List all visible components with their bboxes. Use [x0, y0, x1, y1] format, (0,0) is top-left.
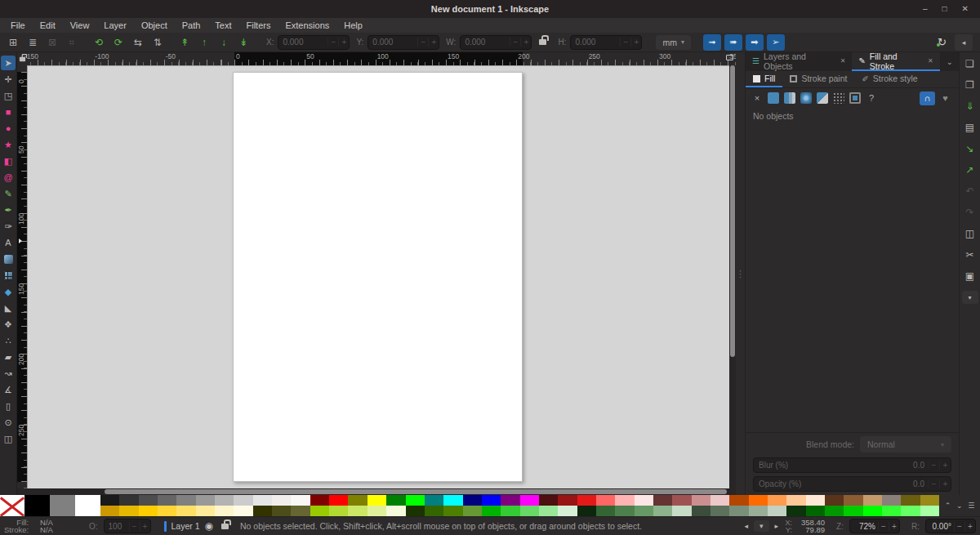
- palette-swatch[interactable]: [577, 495, 596, 506]
- palette-swatch[interactable]: [272, 506, 291, 516]
- palette-swatch[interactable]: [139, 495, 158, 506]
- rotation-increment[interactable]: +: [964, 522, 975, 531]
- lower-button[interactable]: ↓: [215, 34, 233, 51]
- palette-swatch[interactable]: [558, 495, 577, 506]
- opacity-decrement[interactable]: −: [928, 479, 939, 488]
- panel-resize-grip[interactable]: ⋮: [736, 52, 745, 495]
- menu-extensions[interactable]: Extensions: [278, 20, 336, 31]
- palette-swatch[interactable]: [692, 495, 710, 506]
- minimize-icon[interactable]: –: [923, 0, 928, 18]
- maximize-icon[interactable]: □: [942, 0, 947, 18]
- palette-swatch[interactable]: [749, 495, 768, 506]
- palette-swatch[interactable]: [291, 506, 310, 516]
- opacity-slider[interactable]: Opacity (%) 0.0 − +: [753, 476, 951, 492]
- palette-swatch[interactable]: [768, 495, 786, 506]
- tool-shape-builder[interactable]: ◳: [1, 88, 16, 103]
- flip-vertical-button[interactable]: ⇅: [149, 34, 167, 51]
- vertical-scrollbar[interactable]: [729, 65, 736, 488]
- palette-swatch[interactable]: [653, 495, 672, 506]
- open-document-button[interactable]: ❐: [963, 78, 978, 91]
- flip-horizontal-button[interactable]: ⇆: [129, 34, 147, 51]
- palette-swatch[interactable]: [882, 495, 901, 506]
- palette-swatch[interactable]: [176, 495, 195, 506]
- palette-scroll-down-icon[interactable]: ⌄: [956, 502, 963, 510]
- palette-swatch[interactable]: [596, 495, 615, 506]
- palette-swatch[interactable]: [882, 506, 901, 516]
- cut-button[interactable]: ✂: [963, 248, 978, 261]
- palette-swatch[interactable]: [310, 506, 329, 516]
- palette-swatch[interactable]: [520, 506, 539, 516]
- palette-scroll-up-icon[interactable]: ⌃: [945, 502, 951, 510]
- palette-swatch[interactable]: [786, 495, 805, 506]
- close-tab-icon[interactable]: ✕: [926, 57, 933, 65]
- palette-swatch[interactable]: [386, 506, 405, 516]
- tool-pages[interactable]: ▯: [1, 399, 16, 413]
- palette-swatch[interactable]: [901, 506, 920, 516]
- palette-swatch[interactable]: [310, 495, 329, 506]
- unknown-paint-button[interactable]: ?: [866, 92, 877, 104]
- menu-object[interactable]: Object: [134, 20, 175, 31]
- palette-swatch[interactable]: [729, 506, 748, 516]
- vertical-scrollbar-thumb[interactable]: [730, 65, 735, 357]
- palette-swatch[interactable]: [844, 495, 862, 506]
- palette-swatch[interactable]: [539, 506, 558, 516]
- palette-swatch[interactable]: [234, 506, 252, 516]
- tool-tweak[interactable]: ❖: [1, 317, 16, 332]
- palette-swatch[interactable]: [50, 495, 75, 516]
- palette-swatch[interactable]: [234, 495, 252, 506]
- palette-swatch[interactable]: [443, 495, 462, 506]
- menu-filters[interactable]: Filters: [239, 20, 278, 31]
- palette-swatch[interactable]: [443, 506, 462, 516]
- palette-swatch[interactable]: [463, 495, 482, 506]
- palette-swatch[interactable]: [75, 495, 100, 516]
- layer-dropdown-icon[interactable]: ▾: [754, 520, 769, 532]
- flat-color-button[interactable]: [768, 92, 779, 104]
- radial-gradient-button[interactable]: [800, 92, 812, 104]
- palette-swatch[interactable]: [749, 506, 768, 516]
- horizontal-scrollbar-thumb[interactable]: [105, 489, 727, 494]
- palette-swatch[interactable]: [672, 506, 691, 516]
- tab-layers-and-objects[interactable]: ☰ Layers and Objects ✕: [746, 52, 852, 71]
- tool-box-3d[interactable]: ◧: [1, 154, 16, 168]
- tool-rectangle[interactable]: ■: [1, 105, 16, 119]
- tool-zoom[interactable]: ⊙: [1, 415, 16, 430]
- palette-swatch[interactable]: [348, 506, 367, 516]
- palette-swatch[interactable]: [653, 506, 672, 516]
- zoom-field[interactable]: 72% − +: [849, 519, 900, 533]
- tool-eraser[interactable]: ▰: [1, 350, 16, 364]
- rotation-field[interactable]: 0.00° − +: [925, 519, 976, 533]
- menu-path[interactable]: Path: [175, 20, 208, 31]
- palette-swatch[interactable]: [863, 506, 882, 516]
- menu-text[interactable]: Text: [207, 20, 238, 31]
- palette-swatch[interactable]: [863, 495, 882, 506]
- tool-pen[interactable]: ✒: [1, 203, 16, 217]
- fill-rule-evenodd-button[interactable]: ∩: [920, 91, 935, 105]
- select-all-button[interactable]: ⊞: [4, 34, 22, 51]
- palette-swatch[interactable]: [176, 506, 195, 516]
- rotate-ccw-button[interactable]: ⟲: [90, 34, 108, 51]
- palette-swatch[interactable]: [901, 495, 920, 506]
- tool-ellipse[interactable]: ●: [1, 121, 16, 136]
- palette-swatch[interactable]: [119, 495, 138, 506]
- subtab-stroke-paint[interactable]: Stroke paint: [782, 71, 854, 87]
- tab-fill-and-stroke[interactable]: ✎ Fill and Stroke ✕: [852, 52, 939, 71]
- commandbar-menu-button[interactable]: ▾: [962, 291, 978, 304]
- palette-swatch[interactable]: [425, 506, 443, 516]
- menu-view[interactable]: View: [63, 20, 97, 31]
- palette-swatch[interactable]: [482, 495, 501, 506]
- tool-spiral[interactable]: @: [1, 170, 16, 185]
- menu-help[interactable]: Help: [336, 20, 370, 31]
- palette-swatch[interactable]: [710, 506, 729, 516]
- move-gradients-toggle[interactable]: ➡: [746, 34, 764, 51]
- palette-swatch[interactable]: [139, 506, 158, 516]
- print-button[interactable]: ▤: [963, 121, 978, 134]
- subtab-stroke-style[interactable]: ✐ Stroke style: [854, 71, 924, 87]
- zoom-increment[interactable]: +: [889, 522, 899, 531]
- palette-swatch[interactable]: [386, 495, 405, 506]
- x-field[interactable]: 0.000−+: [278, 35, 350, 50]
- duplicate-button[interactable]: ◫: [963, 227, 978, 240]
- tool-symbols[interactable]: ◫: [1, 431, 16, 446]
- blur-slider[interactable]: Blur (%) 0.0 − +: [753, 457, 951, 473]
- prev-icon[interactable]: ◂: [745, 522, 749, 530]
- palette-swatch[interactable]: [368, 506, 386, 516]
